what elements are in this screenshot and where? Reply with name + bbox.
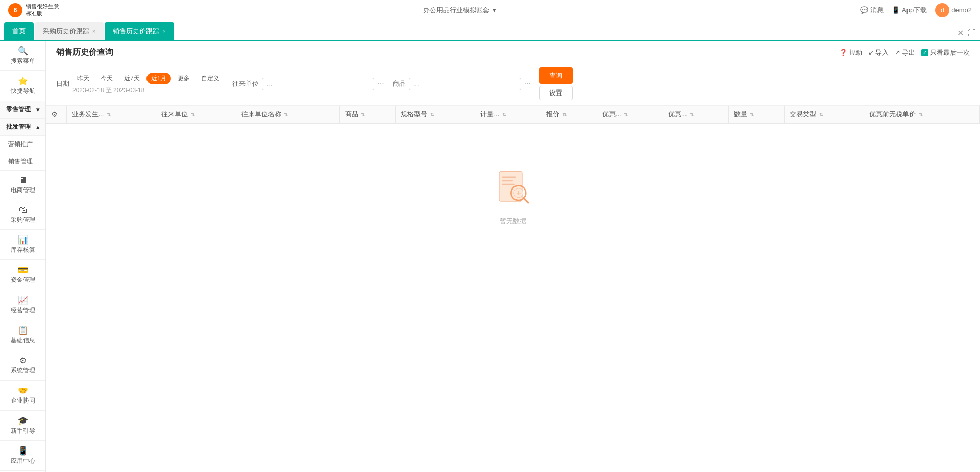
logo-text: 销售很好生意 标准版 (26, 3, 59, 16)
sidebar-item-app-center[interactable]: 📱 应用中心 (0, 441, 45, 471)
sidebar-item-system[interactable]: ⚙ 系统管理 (0, 350, 45, 381)
export-btn[interactable]: ↗ 导出 (895, 48, 915, 57)
sidebar-item-business-mgmt[interactable]: 📈 经营管理 (0, 290, 45, 320)
sidebar-sub-sales-mgmt[interactable]: 销售管理 (0, 153, 45, 171)
sort-goods[interactable]: ⇅ (361, 112, 365, 117)
customer-input[interactable] (262, 78, 374, 90)
empty-icon (490, 164, 536, 210)
sidebar-item-new-guide[interactable]: 🎓 新手引导 (0, 411, 45, 441)
sort-biz-date[interactable]: ⇅ (107, 112, 111, 117)
date-pill-7days[interactable]: 近7天 (119, 73, 144, 84)
sidebar-label-marketing: 营销推广 (8, 140, 33, 148)
date-pill-yesterday[interactable]: 昨天 (72, 73, 94, 84)
th-spec[interactable]: 规格型号 ⇅ (396, 106, 475, 124)
user-area[interactable]: d demo2 (935, 3, 972, 17)
th-unit[interactable]: 计量... ⇅ (475, 106, 541, 124)
collab-icon: 🤝 (18, 386, 28, 395)
th-biz-date[interactable]: 业务发生... ⇅ (66, 106, 156, 124)
th-price[interactable]: 报价 ⇅ (541, 106, 597, 124)
sort-price[interactable]: ⇅ (562, 112, 567, 117)
sidebar-item-retail-mgmt[interactable]: 零售管理 ▾ (0, 101, 45, 119)
page-header-actions: ❓ 帮助 ↙ 导入 ↗ 导出 ✓ 只看最后一次 (839, 48, 970, 57)
sidebar-label-quick-nav: 快捷导航 (11, 87, 35, 96)
sort-unit[interactable]: ⇅ (502, 112, 506, 117)
workspace-dropdown-icon[interactable]: ▾ (493, 6, 496, 14)
sidebar-label-inventory: 库存核算 (11, 246, 35, 254)
sidebar-item-basic-info[interactable]: 📋 基础信息 (0, 320, 45, 350)
query-button[interactable]: 查询 (539, 67, 573, 84)
sidebar-label-basic-info: 基础信息 (11, 336, 35, 345)
table-header: ⚙ 业务发生... ⇅ 往来单位 ⇅ 往来单位名称 ⇅ (46, 106, 980, 124)
wholesale-mgmt-chevron: ▴ (36, 124, 39, 131)
sidebar-item-purchase[interactable]: 🛍 采购管理 (0, 200, 45, 230)
th-qty[interactable]: 数量 ⇅ (728, 106, 784, 124)
empty-illustration (490, 164, 536, 210)
only-last-checkbox-area[interactable]: ✓ 只看最后一次 (921, 48, 970, 57)
th-customer-name[interactable]: 往来单位名称 ⇅ (236, 106, 339, 124)
sidebar-item-wholesale-mgmt[interactable]: 批发管理 ▴ (0, 119, 45, 136)
tab-sales-label: 销售历史价跟踪 (113, 27, 159, 36)
sidebar-item-inventory[interactable]: 📊 库存核算 (0, 230, 45, 260)
tab-sales-close[interactable]: × (162, 28, 165, 34)
table-container: ⚙ 业务发生... ⇅ 往来单位 ⇅ 往来单位名称 ⇅ (46, 106, 980, 472)
goods-more-btn[interactable]: ··· (524, 79, 531, 88)
import-icon: ↙ (868, 49, 874, 56)
sort-spec[interactable]: ⇅ (430, 112, 434, 117)
customer-filter-group: 往来单位 ··· (232, 78, 384, 90)
sort-discount1[interactable]: ⇅ (624, 112, 628, 117)
date-pill-today[interactable]: 今天 (96, 73, 117, 84)
date-pill-1month[interactable]: 近1月 (146, 73, 172, 84)
tab-home[interactable]: 首页 (4, 22, 34, 40)
sidebar-sub-wholesale: 营销推广 销售管理 (0, 136, 45, 171)
message-icon: 💬 (860, 6, 868, 14)
tab-home-label: 首页 (12, 27, 26, 36)
th-trade-type[interactable]: 交易类型 ⇅ (785, 106, 864, 124)
import-btn[interactable]: ↙ 导入 (868, 48, 889, 57)
business-icon: 📈 (18, 295, 28, 305)
sidebar-sub-marketing[interactable]: 营销推广 (0, 136, 45, 153)
sidebar-item-search-menu[interactable]: 🔍 搜索菜单 (0, 41, 45, 71)
fullscreen-btn[interactable]: ⛶ (968, 29, 976, 38)
sidebar-item-quick-nav[interactable]: ⭐ 快捷导航 (0, 71, 45, 101)
tab-purchase-history[interactable]: 采购历史价跟踪 × (35, 22, 104, 40)
th-goods[interactable]: 商品 ⇅ (339, 106, 395, 124)
tab-sales-history[interactable]: 销售历史价跟踪 × (105, 22, 174, 40)
sidebar-item-ecommerce[interactable]: 🖥 电商管理 (0, 171, 45, 200)
date-pill-more[interactable]: 更多 (173, 73, 194, 84)
goods-filter-group: 商品 ··· (393, 78, 531, 90)
sort-customer-code[interactable]: ⇅ (191, 112, 195, 117)
page-title: 销售历史价查询 (56, 47, 113, 58)
workspace-selector[interactable]: 办公用品行业模拟账套 ▾ (423, 6, 496, 15)
th-discount2[interactable]: 优惠... ⇅ (663, 106, 728, 124)
search-icon: 🔍 (18, 46, 28, 56)
sidebar-item-finance[interactable]: 💳 资金管理 (0, 260, 45, 290)
th-customer-code[interactable]: 往来单位 ⇅ (156, 106, 236, 124)
action-btn-group: 查询 设置 (539, 67, 573, 100)
date-pill-custom[interactable]: 自定义 (197, 73, 224, 84)
th-tax-free-price[interactable]: 优惠前无税单价 ⇅ (864, 106, 980, 124)
th-discount1[interactable]: 优惠... ⇅ (597, 106, 663, 124)
sort-discount2[interactable]: ⇅ (690, 112, 694, 117)
goods-input[interactable] (409, 78, 521, 90)
sort-tax-free-price[interactable]: ⇅ (919, 112, 923, 117)
column-settings-btn[interactable]: ⚙ (51, 110, 58, 119)
date-pills: 昨天 今天 近7天 近1月 更多 自定义 (72, 73, 224, 84)
ecommerce-icon: 🖥 (19, 176, 27, 185)
message-btn[interactable]: 💬 消息 (860, 6, 884, 15)
customer-more-btn[interactable]: ··· (377, 79, 384, 88)
tab-purchase-close[interactable]: × (92, 28, 95, 34)
close-window-btn[interactable]: ✕ (957, 28, 964, 38)
sidebar-item-enterprise-collab[interactable]: 🤝 企业协同 (0, 381, 45, 411)
sort-trade-type[interactable]: ⇅ (819, 112, 823, 117)
setting-button[interactable]: 设置 (539, 86, 573, 100)
empty-text: 暂无数据 (500, 217, 526, 226)
app-download-btn[interactable]: 📱 App下载 (892, 6, 927, 15)
data-table: ⚙ 业务发生... ⇅ 往来单位 ⇅ 往来单位名称 ⇅ (46, 106, 980, 124)
only-last-checkbox[interactable]: ✓ (921, 49, 928, 56)
sort-qty[interactable]: ⇅ (750, 112, 754, 117)
sidebar-label-ecommerce: 电商管理 (11, 186, 35, 195)
help-btn[interactable]: ❓ 帮助 (839, 48, 862, 57)
tab-purchase-label: 采购历史价跟踪 (43, 27, 89, 36)
sort-customer-name[interactable]: ⇅ (284, 112, 288, 117)
th-settings[interactable]: ⚙ (46, 106, 66, 124)
